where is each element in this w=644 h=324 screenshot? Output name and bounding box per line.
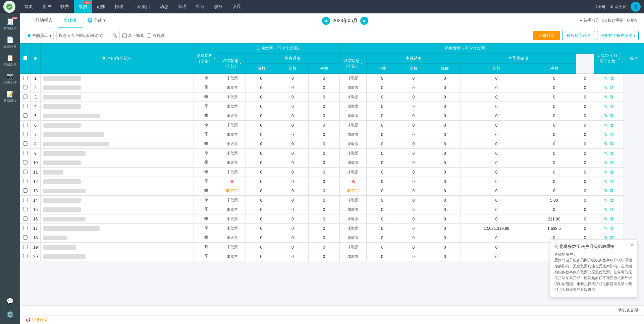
edit-icon[interactable]: ✎: [604, 160, 608, 166]
edit-icon[interactable]: ✎: [604, 151, 608, 156]
edit-icon[interactable]: ✎: [604, 113, 608, 119]
copy-icon[interactable]: ⧉: [610, 179, 613, 184]
digital-account-ops-btn[interactable]: 税务数字账户操作 ▾: [597, 31, 639, 40]
edit-icon[interactable]: ✎: [604, 141, 608, 147]
accumulate-sort[interactable]: 近续12个月累计金额: [597, 53, 621, 64]
row-checkbox-input[interactable]: [23, 254, 28, 258]
new-guide-btn[interactable]: ✦ 新手引导: [579, 18, 599, 23]
edit-icon[interactable]: ✎: [604, 94, 608, 100]
tab-small-scale[interactable]: 小规模: [58, 13, 82, 28]
edit-icon[interactable]: ✎: [604, 198, 608, 203]
copy-icon[interactable]: ⧉: [610, 225, 613, 231]
row-checkbox-input[interactable]: [23, 207, 28, 211]
sidebar-settings-btn[interactable]: ⚙️: [1, 309, 19, 321]
policy-bar[interactable]: 📢 税务政策: [20, 315, 644, 324]
row-checkbox-input[interactable]: [23, 85, 28, 89]
copy-icon[interactable]: ⧉: [610, 122, 613, 128]
nav-settings[interactable]: 设置: [227, 0, 246, 13]
edit-icon[interactable]: ✎: [604, 216, 608, 222]
has-tax-disk-checkbox[interactable]: 有税盘: [147, 33, 165, 39]
search-icon[interactable]: 🔍: [112, 33, 117, 38]
row-checkbox[interactable]: [20, 139, 31, 149]
row-checkbox-input[interactable]: [23, 123, 28, 127]
edit-icon[interactable]: ✎: [604, 207, 608, 212]
row-checkbox-input[interactable]: [23, 170, 28, 174]
row-checkbox-input[interactable]: [23, 235, 28, 240]
sidebar-chat-btn[interactable]: 💬: [1, 295, 19, 307]
period-sort[interactable]: 纳税周期（全部）: [197, 53, 216, 64]
copy-icon[interactable]: ⧉: [610, 141, 613, 147]
copy-icon[interactable]: ⧉: [610, 216, 613, 222]
row-checkbox[interactable]: [20, 214, 31, 224]
th-accumulate[interactable]: 近续12个月累计金额: [594, 44, 624, 74]
employee-select[interactable]: 全部员工 ▾: [25, 31, 54, 40]
copy-icon[interactable]: ⧉: [610, 188, 613, 194]
nav-fee[interactable]: 收费: [56, 0, 74, 13]
row-checkbox-input[interactable]: [23, 94, 28, 99]
notification-close-btn[interactable]: ✕: [630, 242, 634, 248]
th-output-status[interactable]: 取票状态（全部）: [340, 54, 367, 74]
row-checkbox[interactable]: [20, 233, 31, 243]
row-checkbox-input[interactable]: [23, 141, 28, 146]
customer-sort[interactable]: 客户名称(全部): [43, 56, 191, 61]
row-checkbox[interactable]: [20, 158, 31, 168]
row-checkbox-input[interactable]: [23, 113, 28, 118]
row-checkbox[interactable]: [20, 130, 31, 139]
edit-icon[interactable]: ✎: [604, 76, 608, 81]
nav-service[interactable]: 服务: [209, 0, 227, 13]
row-checkbox-input[interactable]: [23, 216, 28, 221]
row-checkbox[interactable]: [20, 168, 31, 177]
nav-invoice[interactable]: 票据 new: [74, 0, 92, 13]
sidebar-item-scan[interactable]: 📷 扫描上传: [1, 70, 19, 87]
edit-icon[interactable]: ✎: [604, 132, 608, 137]
copy-icon[interactable]: ⧉: [610, 85, 613, 90]
row-checkbox[interactable]: [20, 149, 31, 158]
row-checkbox[interactable]: [20, 205, 31, 214]
user-avatar[interactable]: 👤: [631, 2, 641, 12]
has-tax-disk-input[interactable]: [147, 34, 151, 38]
sidebar-item-summary[interactable]: 📋 票据汇总: [1, 52, 19, 69]
row-checkbox[interactable]: [20, 252, 31, 261]
copy-icon[interactable]: ⧉: [610, 113, 613, 119]
member-btn[interactable]: ♛ 购会员: [610, 4, 627, 10]
edit-icon[interactable]: ✎: [604, 170, 608, 175]
output-status-sort[interactable]: 取票状态（全部）: [342, 58, 364, 69]
row-checkbox-input[interactable]: [23, 179, 28, 183]
row-checkbox-input[interactable]: [23, 132, 28, 136]
sidebar-item-record[interactable]: 📝 票据录入: [1, 88, 19, 105]
nav-message[interactable]: 消息: [155, 0, 173, 13]
prev-month-btn[interactable]: ◀: [322, 17, 330, 25]
copy-icon[interactable]: ⧉: [610, 104, 613, 109]
th-input-status[interactable]: 取票状态（全部）: [219, 54, 246, 74]
nav-operation[interactable]: 经营: [191, 0, 209, 13]
row-checkbox[interactable]: [20, 243, 31, 252]
row-checkbox[interactable]: [20, 196, 31, 205]
sidebar-item-smart-ticket[interactable]: 🧾 智能取票 new: [1, 16, 19, 33]
next-month-btn[interactable]: ▶: [360, 17, 368, 25]
row-checkbox[interactable]: [20, 83, 31, 92]
refresh-btn[interactable]: ↻ 刷新: [627, 18, 639, 23]
row-checkbox-input[interactable]: [23, 245, 28, 249]
edit-icon[interactable]: ✎: [604, 85, 608, 90]
one-click-ticket-btn[interactable]: 一键取票: [533, 31, 560, 40]
edit-icon[interactable]: ✎: [604, 123, 608, 128]
row-checkbox[interactable]: [20, 121, 31, 130]
row-checkbox-input[interactable]: [23, 104, 28, 108]
fullscreen-btn[interactable]: ⛶ 全屏: [593, 4, 606, 10]
edit-icon[interactable]: ✎: [604, 179, 608, 184]
row-checkbox[interactable]: [20, 177, 31, 186]
th-period[interactable]: 纳税周期（全部）: [194, 44, 219, 74]
row-checkbox[interactable]: [20, 224, 31, 233]
row-checkbox-input[interactable]: [23, 198, 28, 202]
nav-business[interactable]: 工商项目: [128, 0, 155, 13]
manual-btn[interactable]: 📖 操作手册: [602, 18, 624, 23]
nav-customer[interactable]: 客户: [38, 0, 56, 13]
copy-icon[interactable]: ⧉: [610, 75, 613, 81]
row-checkbox-input[interactable]: [23, 151, 28, 155]
edit-icon[interactable]: ✎: [604, 226, 608, 231]
row-checkbox-input[interactable]: [23, 226, 28, 230]
copy-icon[interactable]: ⧉: [610, 197, 613, 203]
row-checkbox-input[interactable]: [23, 76, 28, 80]
row-checkbox[interactable]: [20, 102, 31, 111]
copy-icon[interactable]: ⧉: [610, 94, 613, 100]
